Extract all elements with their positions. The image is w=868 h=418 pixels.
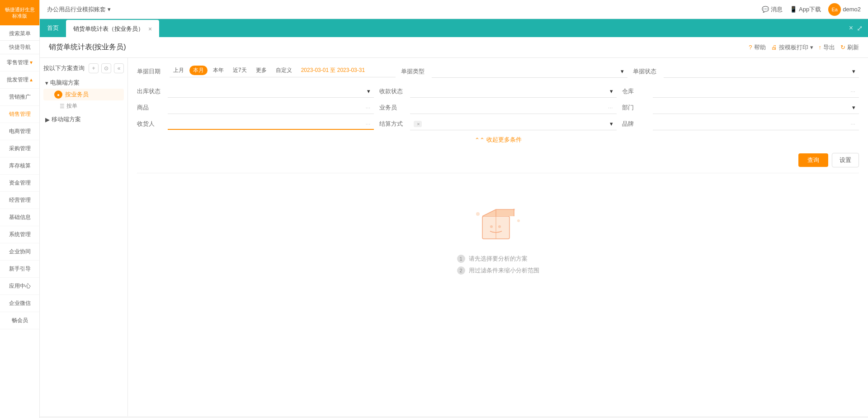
receipt-status-label: 收款状态 bbox=[379, 87, 406, 95]
settlement-label: 结算方式 bbox=[379, 120, 406, 128]
doc-status-dropdown-icon: ▾ bbox=[852, 68, 855, 75]
refresh-icon: ↻ bbox=[840, 44, 845, 51]
tab-home[interactable]: 首页 bbox=[40, 19, 66, 37]
date-prev-month[interactable]: 上月 bbox=[170, 66, 188, 75]
mobile-scheme-header[interactable]: ▶ 移动端方案 bbox=[43, 114, 124, 125]
sidebar-quick-nav[interactable]: 快捷导航 bbox=[0, 41, 39, 54]
sidebar-item-marketing[interactable]: 营销推广 bbox=[0, 89, 39, 106]
setting-button[interactable]: 设置 bbox=[832, 153, 859, 167]
sidebar: 畅捷通好生意 标准版 搜索菜单 快捷导航 零售管理 ▾ 批发管理 ▴ 营销推广 … bbox=[0, 0, 40, 418]
sidebar-item-basic[interactable]: 基础信息 bbox=[0, 209, 39, 226]
sidebar-item-sales[interactable]: 销售管理 bbox=[0, 106, 39, 123]
left-panel-header: 按以下方案查询 + ⊙ « bbox=[43, 63, 124, 73]
sidebar-item-wholesale[interactable]: 批发管理 ▴ bbox=[0, 71, 39, 89]
logo-text: 畅捷通好生意 标准版 bbox=[5, 6, 35, 19]
tab-sales-report-label: 销货单统计表（按业务员） bbox=[73, 25, 144, 33]
desktop-scheme-header[interactable]: ▾ 电脑端方案 bbox=[43, 77, 124, 89]
settlement-field[interactable]: × ▾ bbox=[410, 118, 616, 130]
out-status-dropdown-icon: ▾ bbox=[367, 88, 370, 95]
department-select[interactable]: ▾ bbox=[653, 101, 859, 114]
export-icon: ↑ bbox=[819, 44, 822, 51]
sidebar-item-app-center[interactable]: 应用中心 bbox=[0, 278, 39, 295]
sidebar-item-ecommerce[interactable]: 电商管理 bbox=[0, 123, 39, 140]
scheme-item-by-salesperson[interactable]: ● 按业务员 bbox=[43, 89, 124, 100]
chevron-down-icon: ▾ bbox=[45, 80, 48, 86]
query-button[interactable]: 查询 bbox=[798, 153, 828, 167]
dropdown-icon: ▾ bbox=[108, 6, 111, 13]
svg-point-2 bbox=[490, 225, 493, 228]
right-panel: 单据日期 上月 本月 本年 近7天 更多 自定义 2023-03-01 至 20… bbox=[128, 58, 868, 416]
page-actions: ? 帮助 🖨 按模板打印 ▾ ↑ 导出 ↻ 刷新 bbox=[749, 43, 859, 57]
goods-select[interactable]: ··· bbox=[168, 101, 374, 114]
sidebar-item-retail[interactable]: 零售管理 ▾ bbox=[0, 54, 39, 71]
date-range-text: 2023-03-01 至 2023-03-31 bbox=[301, 66, 365, 74]
sidebar-search[interactable]: 搜索菜单 bbox=[0, 25, 39, 41]
salesperson-select[interactable]: ··· bbox=[410, 101, 616, 114]
print-action[interactable]: 🖨 按模板打印 ▾ bbox=[771, 43, 813, 52]
out-status-select[interactable]: ▾ bbox=[168, 85, 374, 98]
sidebar-item-enterprise-wechat[interactable]: 企业微信 bbox=[0, 295, 39, 312]
sidebar-item-operation[interactable]: 经营管理 bbox=[0, 192, 39, 209]
receipt-status-select[interactable]: ▾ bbox=[410, 85, 616, 98]
user-menu[interactable]: Ea demo2 bbox=[828, 3, 861, 16]
tab-close-icon[interactable]: × bbox=[148, 25, 152, 33]
svg-point-5 bbox=[517, 219, 520, 222]
collapse-panel-btn[interactable]: « bbox=[114, 63, 124, 73]
doc-type-select[interactable]: ▾ bbox=[432, 65, 627, 78]
receiver-input-area[interactable]: ··· bbox=[168, 119, 374, 130]
scheme-item-by-order[interactable]: ☰ 按单 bbox=[43, 100, 124, 112]
tab-expand-btn[interactable]: ⤢ bbox=[857, 24, 863, 33]
export-action[interactable]: ↑ 导出 bbox=[819, 43, 835, 52]
department-label: 部门 bbox=[622, 104, 649, 112]
hint-item-1: 1 请先选择要分析的方案 bbox=[457, 255, 539, 263]
app-download-btn[interactable]: 📱 App下载 bbox=[790, 5, 821, 14]
sidebar-item-system[interactable]: 系统管理 bbox=[0, 226, 39, 243]
out-status-filter: 出库状态 ▾ bbox=[137, 85, 374, 98]
add-scheme-btn[interactable]: + bbox=[89, 63, 99, 73]
action-bar: 查询 设置 bbox=[137, 153, 859, 167]
receipt-status-dropdown-icon: ▾ bbox=[610, 88, 613, 95]
sidebar-item-finance[interactable]: 资金管理 bbox=[0, 175, 39, 192]
tab-close-btn[interactable]: × bbox=[849, 24, 853, 32]
edit-scheme-btn[interactable]: ⊙ bbox=[101, 63, 111, 73]
department-dropdown-icon: ▾ bbox=[852, 104, 855, 111]
doc-status-select[interactable]: ▾ bbox=[664, 65, 859, 78]
brand-select[interactable]: ··· bbox=[653, 118, 859, 130]
hint-num-2: 2 bbox=[457, 266, 465, 275]
avatar: Ea bbox=[828, 3, 841, 16]
settlement-tag-close[interactable]: × bbox=[417, 121, 420, 127]
sidebar-item-member[interactable]: 畅会员 bbox=[0, 312, 39, 329]
collapse-filter-btn[interactable]: ⌃⌃ 收起更多条件 bbox=[137, 132, 859, 147]
date-label: 单据日期 bbox=[137, 67, 164, 76]
date-filter: 上月 本月 本年 近7天 更多 自定义 2023-03-01 至 2023-03… bbox=[170, 66, 396, 77]
receiver-label: 收货人 bbox=[137, 120, 164, 128]
sidebar-items: 零售管理 ▾ 批发管理 ▴ 营销推广 销售管理 电商管理 采购管理 库存核算 资… bbox=[0, 54, 39, 418]
order-icon: ☰ bbox=[60, 103, 65, 109]
message-icon: 💬 bbox=[762, 6, 769, 13]
brand-dots: ··· bbox=[850, 120, 855, 127]
date-custom[interactable]: 自定义 bbox=[272, 66, 296, 75]
sidebar-item-inventory[interactable]: 库存核算 bbox=[0, 157, 39, 175]
left-panel-title: 按以下方案查询 bbox=[43, 64, 85, 72]
topbar-suite-selector[interactable]: 办公用品行业模拟账套 ▾ bbox=[47, 5, 111, 14]
app-logo[interactable]: 畅捷通好生意 标准版 bbox=[0, 0, 39, 25]
help-action[interactable]: ? 帮助 bbox=[749, 43, 765, 52]
goods-filter: 商品 ··· bbox=[137, 101, 374, 114]
date-last7[interactable]: 近7天 bbox=[229, 66, 250, 75]
warehouse-label: 仓库 bbox=[622, 87, 649, 95]
message-btn[interactable]: 💬 消息 bbox=[762, 5, 783, 14]
page-header: 销货单统计表(按业务员) ? 帮助 🖨 按模板打印 ▾ ↑ 导出 ↻ 刷新 bbox=[40, 37, 868, 58]
desktop-scheme-group: ▾ 电脑端方案 ● 按业务员 ☰ 按单 bbox=[43, 77, 124, 112]
doc-type-filter: 单据类型 ▾ bbox=[401, 65, 627, 78]
refresh-action[interactable]: ↻ 刷新 bbox=[840, 43, 859, 52]
date-current-month[interactable]: 本月 bbox=[189, 66, 208, 75]
salesperson-label: 业务员 bbox=[379, 104, 406, 112]
warehouse-select[interactable]: ··· bbox=[653, 85, 859, 98]
tab-sales-report[interactable]: 销货单统计表（按业务员） × bbox=[66, 20, 159, 38]
sidebar-item-purchase[interactable]: 采购管理 bbox=[0, 140, 39, 157]
sidebar-item-newbie[interactable]: 新手引导 bbox=[0, 261, 39, 278]
print-icon: 🖨 bbox=[771, 44, 777, 51]
date-current-year[interactable]: 本年 bbox=[209, 66, 227, 75]
sidebar-item-enterprise[interactable]: 企业协同 bbox=[0, 243, 39, 261]
date-more[interactable]: 更多 bbox=[252, 66, 270, 75]
